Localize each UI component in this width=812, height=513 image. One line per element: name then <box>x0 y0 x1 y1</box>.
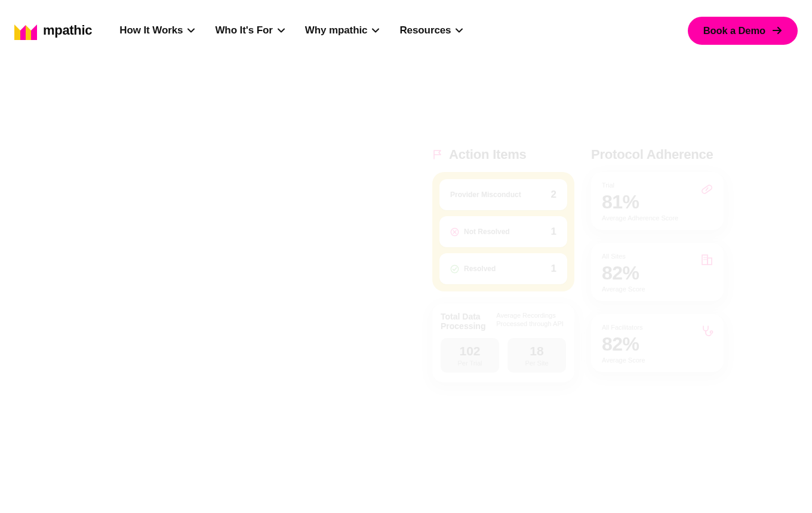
not-resolved-icon <box>450 228 459 236</box>
building-icon <box>700 253 714 267</box>
tdp-stat-per-site: 18 Per Site <box>508 338 566 373</box>
header-left: mpathic How It Works Who It's For Why mp… <box>14 21 463 40</box>
svg-rect-4 <box>702 255 708 265</box>
svg-point-1 <box>451 265 458 272</box>
protocol-card-pct: 82% <box>602 262 713 284</box>
primary-nav: How It Works Who It's For Why mpathic Re… <box>119 24 463 36</box>
dashboard-preview: Action Items Provider Misconduct 2 Not R… <box>432 147 728 385</box>
svg-point-10 <box>710 331 713 333</box>
tdp-title: Total Data Processing <box>441 312 488 331</box>
action-item-row: Resolved 1 <box>439 253 567 284</box>
nav-item-label: Why mpathic <box>305 24 368 36</box>
svg-line-3 <box>706 188 708 191</box>
protocol-card-trial: Trial 81% Average Adherence Score <box>591 172 724 230</box>
protocol-adherence-column: Protocol Adherence Trial 81% Average Adh… <box>591 147 724 385</box>
chevron-down-icon <box>278 27 285 34</box>
nav-who-its-for[interactable]: Who It's For <box>215 24 284 36</box>
action-items-title: Action Items <box>449 147 527 162</box>
nav-item-label: Who It's For <box>215 24 272 36</box>
brand-logo[interactable]: mpathic <box>14 21 92 40</box>
flag-icon <box>432 149 443 160</box>
action-items-card: Provider Misconduct 2 Not Resolved 1 <box>432 172 574 291</box>
logo-mark-icon <box>14 21 37 40</box>
tdp-stat-value: 18 <box>530 344 543 358</box>
protocol-card-sites: All Sites 82% Average Score <box>591 243 724 301</box>
nav-why-mpathic[interactable]: Why mpathic <box>305 24 380 36</box>
nav-item-label: How It Works <box>119 24 183 36</box>
action-item-count: 1 <box>551 226 556 238</box>
svg-rect-9 <box>706 259 707 260</box>
action-item-label: Provider Misconduct <box>450 191 521 199</box>
tdp-stat-per-trial: 102 Per Trial <box>441 338 499 373</box>
protocol-card-pct: 81% <box>602 191 713 213</box>
chevron-down-icon <box>187 27 195 34</box>
svg-rect-5 <box>708 258 712 265</box>
tdp-subtitle: Average Recordings Processed through API <box>496 312 566 328</box>
site-header: mpathic How It Works Who It's For Why mp… <box>0 0 812 48</box>
protocol-adherence-title: Protocol Adherence <box>591 147 713 162</box>
action-items-column: Action Items Provider Misconduct 2 Not R… <box>432 147 574 385</box>
tdp-stat-label: Per Trial <box>458 360 482 367</box>
protocol-card-sub: Average Adherence Score <box>602 214 713 222</box>
svg-rect-8 <box>704 259 705 260</box>
total-data-processing-card: Total Data Processing Average Recordings… <box>432 303 574 382</box>
action-item-row: Not Resolved 1 <box>439 216 567 247</box>
brand-name: mpathic <box>43 23 92 38</box>
tdp-stat-value: 102 <box>459 344 480 358</box>
book-demo-button[interactable]: Book a Demo <box>688 17 798 45</box>
action-item-count: 2 <box>551 189 556 201</box>
stethoscope-icon <box>700 324 714 338</box>
protocol-card-pct: 82% <box>602 333 713 355</box>
svg-rect-6 <box>704 257 705 258</box>
cta-label: Book a Demo <box>703 25 765 36</box>
action-item-label: Resolved <box>464 265 496 273</box>
protocol-card-facilitators: All Facilitators 82% Average Score <box>591 314 724 372</box>
protocol-card-small: Trial <box>602 182 713 189</box>
resolved-icon <box>450 265 459 274</box>
nav-resources[interactable]: Resources <box>399 24 463 36</box>
action-item-row: Provider Misconduct 2 <box>439 179 567 210</box>
pill-icon <box>700 182 714 196</box>
protocol-card-small: All Facilitators <box>602 324 713 331</box>
action-item-label: Not Resolved <box>464 228 510 236</box>
arrow-right-icon <box>773 26 782 35</box>
protocol-card-sub: Average Score <box>602 357 713 364</box>
chevron-down-icon <box>372 27 379 34</box>
nav-item-label: Resources <box>399 24 451 36</box>
tdp-stat-label: Per Site <box>525 360 548 367</box>
chevron-down-icon <box>456 27 463 34</box>
protocol-card-small: All Sites <box>602 253 713 260</box>
action-item-count: 1 <box>551 263 556 275</box>
svg-rect-7 <box>706 257 707 258</box>
nav-how-it-works[interactable]: How It Works <box>119 24 195 36</box>
protocol-card-sub: Average Score <box>602 285 713 293</box>
